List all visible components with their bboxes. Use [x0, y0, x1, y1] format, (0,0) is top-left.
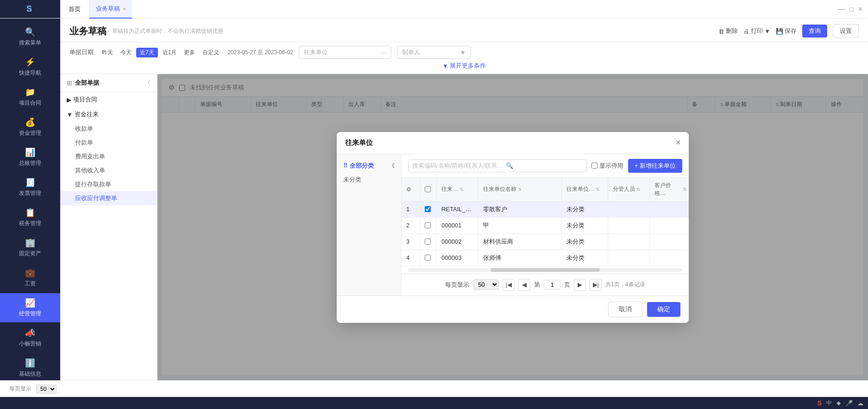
status-diamond-icon: ◆ — [837, 400, 841, 406]
dth-name: 往来单位名称 ⇅ — [478, 178, 562, 201]
row-checkbox-2[interactable] — [420, 218, 437, 233]
row-check-3[interactable] — [425, 239, 431, 245]
expand-more-btn[interactable]: ▼ 展开更多条件 — [442, 62, 486, 70]
save-button[interactable]: 💾 保存 — [776, 27, 797, 35]
window-maximize-icon[interactable]: □ — [849, 6, 853, 13]
tab-home[interactable]: 首页 — [60, 0, 89, 19]
prev-page-button[interactable]: ◀ — [518, 279, 530, 291]
dth-salesperson: 分管人员 ⇅ — [608, 178, 650, 201]
delete-button[interactable]: 🗑 删除 — [718, 27, 738, 35]
invoice-icon: 🧾 — [25, 177, 35, 188]
sidebar-item-salary-label: 工资 — [25, 280, 36, 288]
dialog-close-button[interactable]: × — [676, 138, 680, 147]
tree-item-bank[interactable]: 提行存取款单 — [60, 177, 157, 191]
tree-item-receipt[interactable]: 收款单 — [60, 122, 157, 136]
tree-item-financial[interactable]: ▼ 资金往来 — [60, 107, 157, 122]
sidebar-item-finance[interactable]: 💰 资金管理 — [0, 113, 60, 142]
tree-item-project[interactable]: ▶ 项目合同 — [60, 92, 157, 107]
row-check-2[interactable] — [425, 222, 431, 228]
partner-filter[interactable]: 往来单位 ··· — [299, 46, 391, 59]
table-row[interactable]: 2 000001 甲 未分类 — [402, 218, 689, 234]
dialog-table-header: ⚙ 往来… ⇅ — [402, 178, 689, 201]
show-disabled-checkbox[interactable] — [591, 163, 598, 169]
row-check-1[interactable] — [425, 206, 431, 212]
sidebar-item-tax[interactable]: 📋 税务管理 — [0, 203, 60, 232]
sidebar-item-invoice-label: 发票管理 — [19, 189, 41, 197]
tree-item-other-income[interactable]: 其他收入单 — [60, 164, 157, 177]
sidebar-item-operations-label: 经营管理 — [19, 310, 41, 318]
scrollbar-thumb[interactable] — [491, 268, 600, 272]
all-docs-label: 全部单据 — [75, 79, 99, 87]
status-s-icon: S — [818, 399, 822, 407]
sidebar-item-search-label: 搜索菜单 — [19, 39, 41, 47]
window-close-icon[interactable]: × — [858, 5, 862, 13]
date-option-today[interactable]: 今天 — [118, 48, 134, 57]
sidebar-item-project[interactable]: 📁 项目合同 — [0, 82, 60, 112]
page-subtitle: 草稿转为正式单据时，不会执行满赠促销优惠 — [112, 27, 223, 35]
status-mic-icon: 🎤 — [845, 400, 853, 407]
window-minimize-icon[interactable]: — — [837, 5, 845, 13]
cat-sort-icon: ⇅ — [596, 187, 599, 192]
table-row[interactable]: 1 RETAIL_… 零散客户 未分类 — [402, 201, 689, 218]
sidebar-item-marketing[interactable]: 📣 小畅营销 — [0, 323, 60, 352]
table-row[interactable]: 4 000003 张师傅 未分类 — [402, 250, 689, 266]
tree-item-adj[interactable]: 应收应付调整单 — [60, 191, 157, 205]
next-page-button[interactable]: ▶ — [574, 279, 586, 291]
query-button[interactable]: 查询 — [802, 25, 827, 38]
collapse-btn[interactable]: 《 — [145, 79, 151, 87]
row-code-3: 000002 — [437, 234, 478, 250]
grid-dots-icon: ⠿ — [343, 162, 348, 169]
tree-item-expense[interactable]: 费用支出单 — [60, 150, 157, 164]
creator-filter[interactable]: 制单人 ▼ — [397, 46, 471, 59]
status-lang-icon: 中 — [826, 399, 832, 407]
gear-icon[interactable]: ⚙ — [406, 186, 411, 193]
add-partner-button[interactable]: + 新增往来单位 — [628, 159, 682, 173]
row-checkbox-3[interactable] — [420, 234, 437, 250]
horizontal-scrollbar[interactable] — [408, 268, 682, 272]
settings-button[interactable]: 设置 — [833, 24, 859, 38]
dialog-category-header[interactable]: ⠿ 全部分类 《 — [337, 159, 401, 173]
sidebar-item-basic[interactable]: ℹ️ 基础信息 — [0, 353, 60, 380]
date-option-yesterday[interactable]: 昨天 — [99, 48, 116, 57]
dth-price-label: 客户价格… — [654, 182, 681, 197]
first-page-button[interactable]: |◀ — [503, 279, 515, 291]
date-option-7days[interactable]: 近7天 — [136, 48, 158, 57]
dialog-overlay: 往来单位 × ⠿ 全部分类 《 — [157, 74, 868, 380]
table-row[interactable]: 3 000002 材料供应商 未分类 — [402, 234, 689, 250]
date-option-1month[interactable]: 近1月 — [160, 48, 180, 57]
per-page-select[interactable]: 50 100 — [473, 279, 499, 290]
tree-item-payment[interactable]: 付款单 — [60, 136, 157, 150]
tab-close-icon[interactable]: × — [123, 6, 126, 12]
show-disabled-label: 显示停用 — [599, 162, 623, 170]
dth-name-label: 往来单位名称 — [483, 185, 516, 193]
row-check-4[interactable] — [425, 255, 431, 261]
sidebar-item-invoice[interactable]: 🧾 发票管理 — [0, 173, 60, 202]
dt-select-all[interactable] — [425, 186, 431, 192]
print-button[interactable]: 🖨 打印 ▼ — [743, 27, 770, 35]
sidebar-item-salary[interactable]: 💼 工资 — [0, 263, 60, 292]
sidebar-item-account[interactable]: 📊 总账管理 — [0, 143, 60, 172]
partner-filter-label: 往来单位 — [304, 48, 328, 57]
partner-dialog: 往来单位 × ⠿ 全部分类 《 — [337, 132, 689, 323]
sidebar-item-quicknav[interactable]: ⚡ 快捷导航 — [0, 52, 60, 82]
tab-draft[interactable]: 业务草稿 × — [89, 0, 132, 19]
confirm-button[interactable]: 确定 — [647, 302, 680, 317]
show-disabled-wrap[interactable]: 显示停用 — [591, 162, 623, 170]
dialog-category-unclassified[interactable]: 未分类 — [337, 173, 401, 187]
page-number-input[interactable] — [544, 280, 560, 289]
sidebar-item-operations[interactable]: 📈 经营管理 — [0, 293, 60, 322]
search-input-wrap[interactable]: 搜索编码/名称/简称/联系人/联系… 🔍 — [408, 159, 587, 172]
date-option-custom[interactable]: 自定义 — [200, 48, 222, 57]
row-checkbox-4[interactable] — [420, 250, 437, 266]
last-page-button[interactable]: ▶| — [590, 279, 602, 291]
cancel-button[interactable]: 取消 — [608, 302, 642, 317]
date-option-more[interactable]: 更多 — [181, 48, 198, 57]
row-category-3: 未分类 — [562, 234, 608, 250]
bottom-per-page-select[interactable]: 50 — [36, 384, 57, 394]
sidebar-item-asset[interactable]: 🏢 固定资产 — [0, 233, 60, 262]
asset-icon: 🏢 — [25, 238, 35, 248]
sidebar-item-search[interactable]: 🔍 搜索菜单 — [0, 22, 60, 51]
tree-item-receipt-label: 收款单 — [75, 125, 93, 132]
row-checkbox-1[interactable] — [420, 201, 437, 217]
date-filter-label: 单据日期 — [69, 48, 94, 57]
